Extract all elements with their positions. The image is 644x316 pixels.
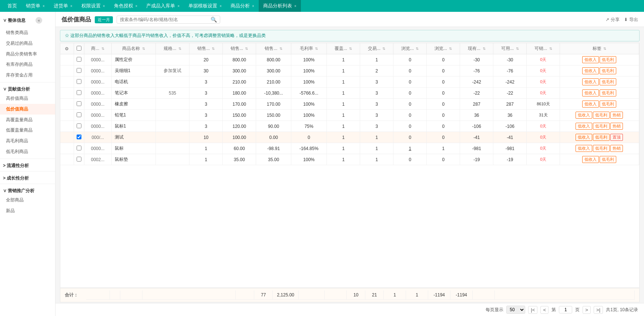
sidebar-collapse-button[interactable]: « [36,17,42,24]
row-sales-amount: 180.00 [223,88,256,99]
sidebar-item-traded-products[interactable]: 交易过的商品 [0,38,55,49]
coverage-col-header[interactable]: 覆盖... ⇅ [327,43,360,54]
nav-product-analysis-list[interactable]: 商品分析列表 × [259,0,301,12]
last-page-button[interactable]: >| [594,306,603,314]
sidebar-item-stock-capital[interactable]: 库存资金占用 [0,70,55,81]
table-footer: 合计： 77 2,125.00 10 21 1 1 -1194 [60,288,640,302]
share-button[interactable]: ↗ 分享 [606,17,620,23]
row-name: 鼠标垫 [111,154,155,165]
sidebar-item-high-value[interactable]: 高价值商品 [0,93,55,104]
sidebar-item-low-value[interactable]: 低价值商品 [0,104,55,115]
view2-col-header[interactable]: 浏览... ⇅ [427,43,460,54]
sidebar-item-low-coverage[interactable]: 低覆盖量商品 [0,125,55,136]
sales-amount-col-header[interactable]: 销售... ⇅ [223,43,256,54]
settings-col-header[interactable]: ⚙ [60,43,74,54]
row-settings [60,65,74,77]
saleable-col-header[interactable]: 可销... ⇅ [527,43,560,54]
data-table-container[interactable]: ⚙ 商... ⇅ 商品名称 ⇅ 规格... ⇅ 销售... ⇅ 销售... ⇅ … [60,43,640,288]
view1-link[interactable]: 1 [409,146,411,151]
close-icon[interactable]: × [70,4,73,8]
row-coverage: 1 [327,88,360,99]
row-sales-qty: 3 [189,110,223,121]
sales-qty-col-header[interactable]: 销售... ⇅ [189,43,223,54]
row-current: 36 [460,110,493,121]
nav-role-auth[interactable]: 角色授权 × [110,0,142,12]
close-icon[interactable]: × [43,4,45,8]
tag-label: 低收入 [582,56,599,63]
close-icon[interactable]: × [252,4,254,8]
code-col-header[interactable]: 商... ⇅ [84,43,111,54]
row-checkbox[interactable] [77,90,81,95]
next-page-button[interactable]: > [583,306,591,314]
close-icon[interactable]: × [103,4,105,8]
row-checkbox[interactable] [77,157,81,162]
tags-col-header[interactable]: 标签 ⇅ [560,43,639,54]
trade-col-header[interactable]: 交易... ⇅ [360,43,393,54]
close-icon[interactable]: × [177,4,180,8]
current-col-header[interactable]: 现有... ⇅ [460,43,493,54]
nav-permission-settings[interactable]: 权限设置 × [77,0,110,12]
sidebar-group-growth[interactable]: > 成长性分析 [0,173,55,182]
row-checkbox[interactable] [77,123,81,128]
tag-label: 低毛利 [600,56,616,63]
checkbox-col-header[interactable] [74,43,84,54]
nav-product-inbound[interactable]: 产成品入库单 × [142,0,184,12]
nav-sales-order[interactable]: 销货单 × [21,0,49,12]
tag-hot: 热销 [610,123,623,130]
prev-page-button[interactable]: < [540,306,549,314]
page-number-input[interactable] [559,306,572,313]
sidebar-group-circulation[interactable]: > 流通性分析 [0,160,55,170]
row-checkbox[interactable] [77,146,81,150]
row-sales-cost: 300.00 [256,65,291,77]
spec-col-header[interactable]: 规格... ⇅ [156,43,189,54]
period-badge[interactable]: 近一月 [95,16,113,23]
sidebar-item-high-coverage[interactable]: 高覆盖量商品 [0,115,55,125]
sidebar-item-sales-products[interactable]: 销售类商品 [0,27,55,38]
name-col-header[interactable]: 商品名称 ⇅ [111,43,155,54]
close-icon[interactable]: × [219,4,222,8]
per-page-select[interactable]: 50 20 100 [506,306,525,314]
sidebar-divider4 [0,184,55,184]
close-icon[interactable]: × [135,4,138,8]
close-icon[interactable]: × [294,4,296,8]
export-button[interactable]: ⬇ 导出 [624,17,638,23]
available-col-header[interactable]: 可用... ⇅ [493,43,527,54]
select-all-checkbox[interactable] [77,46,81,51]
sidebar-item-low-margin[interactable]: 低毛利商品 [0,146,55,157]
search-icon[interactable]: 🔍 [211,17,217,23]
row-name: 吴细细1 [111,65,155,77]
sidebar-group-marketing: ∨ 营销推广分析 [0,186,55,195]
row-checkbox[interactable] [77,68,81,73]
row-checkbox[interactable] [77,79,81,84]
row-checkbox[interactable] [77,112,81,117]
sales-cost-col-header[interactable]: 销售... ⇅ [256,43,291,54]
sidebar-item-high-margin[interactable]: 高毛利商品 [0,136,55,146]
sidebar-item-category-sales-rate[interactable]: 商品分类销售率 [0,49,55,60]
table-row: 0000... 吴细细1 参加复试 30 300.00 300.00 100% … [60,65,639,77]
row-checkbox[interactable] [77,101,81,106]
first-page-button[interactable]: |< [528,306,537,314]
row-current: -106 [460,121,493,132]
sidebar-item-in-stock[interactable]: 有库存的商品 [0,59,55,70]
row-sales-qty: 20 [189,54,223,65]
row-saleable: 0天 [527,88,560,99]
sidebar-item-all-products[interactable]: 全部商品 [0,195,55,205]
view1-value: 0 [409,135,411,140]
row-view1: 0 [393,88,427,99]
view1-value: 0 [409,57,411,62]
total-sales-qty: 77 [254,290,273,300]
nav-template-settings[interactable]: 单据模板设置 × [184,0,226,12]
export-icon: ⬇ [624,17,628,22]
row-coverage: 1 [327,143,360,154]
row-view2: 0 [427,77,460,88]
search-input[interactable] [120,17,209,22]
nav-purchase-order[interactable]: 进货单 × [49,0,77,12]
gross-rate-col-header[interactable]: 毛利率 ⇅ [291,43,327,54]
nav-home[interactable]: 首页 [3,0,21,12]
row-tags: 低收入低毛利置顶 [560,132,639,143]
row-checkbox[interactable] [77,135,81,139]
view1-col-header[interactable]: 浏览... ⇅ [393,43,427,54]
row-checkbox[interactable] [77,57,81,62]
sidebar-item-new-products[interactable]: 新品 [0,205,55,216]
nav-product-analysis[interactable]: 商品分析 × [226,0,259,12]
